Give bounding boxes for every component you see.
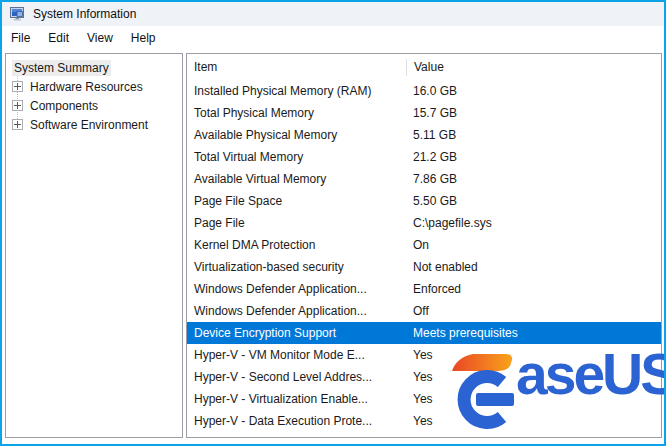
tree-item-software-environment[interactable]: Software Environment [6,115,182,134]
value-cell: Enforced [406,282,661,296]
value-cell: 21.2 GB [406,150,661,164]
tree-item-system-summary[interactable]: System Summary [6,58,182,77]
expand-plus-icon[interactable] [12,119,23,130]
tree-item-hardware-resources[interactable]: Hardware Resources [6,77,182,96]
item-cell: Total Physical Memory [187,106,406,120]
item-cell: Hyper-V - Second Level Addres... [187,370,406,384]
category-tree-pane: System Summary Hardware Resources Compon… [5,53,183,438]
app-icon [10,7,25,21]
value-cell: On [406,238,661,252]
table-row[interactable]: Page File Space 5.50 GB [187,190,661,212]
item-cell: Page File [187,216,406,230]
table-row[interactable]: Total Physical Memory 15.7 GB [187,102,661,124]
tree-item-label: Software Environment [28,117,150,133]
value-cell: Yes [406,392,661,406]
tree-item-components[interactable]: Components [6,96,182,115]
system-information-window: System Information File Edit View Help S… [0,0,666,446]
column-header-item[interactable]: Item [187,60,406,74]
menu-view[interactable]: View [78,28,122,48]
item-cell: Installed Physical Memory (RAM) [187,84,406,98]
value-cell: Yes [406,370,661,384]
item-cell: Total Virtual Memory [187,150,406,164]
title-bar: System Information [2,2,664,26]
item-cell: Available Physical Memory [187,128,406,142]
table-row[interactable]: Hyper-V - VM Monitor Mode E... Yes [187,344,661,366]
detail-list-pane: Item Value Installed Physical Memory (RA… [186,53,662,438]
menu-help[interactable]: Help [122,28,165,48]
item-cell: Device Encryption Support [187,326,406,340]
item-cell: Available Virtual Memory [187,172,406,186]
value-cell: Yes [406,414,661,428]
table-row[interactable]: Hyper-V - Virtualization Enable... Yes [187,388,661,410]
table-row[interactable]: Windows Defender Application... Off [187,300,661,322]
table-row[interactable]: Virtualization-based security Not enable… [187,256,661,278]
value-cell: 15.7 GB [406,106,661,120]
item-cell: Virtualization-based security [187,260,406,274]
value-cell: Yes [406,348,661,362]
window-title: System Information [33,7,136,21]
menu-edit[interactable]: Edit [39,28,78,48]
menu-file[interactable]: File [2,28,39,48]
item-cell: Hyper-V - Virtualization Enable... [187,392,406,406]
item-cell: Page File Space [187,194,406,208]
item-cell: Windows Defender Application... [187,304,406,318]
table-row[interactable]: Windows Defender Application... Enforced [187,278,661,300]
value-cell: C:\pagefile.sys [406,216,661,230]
item-cell: Kernel DMA Protection [187,238,406,252]
tree-item-label: Components [28,98,100,114]
value-cell: 16.0 GB [406,84,661,98]
table-row[interactable]: Hyper-V - Data Execution Prote... Yes [187,410,661,432]
tree-item-label: Hardware Resources [28,79,145,95]
value-cell: 5.50 GB [406,194,661,208]
tree-item-label: System Summary [12,60,111,76]
value-cell: Not enabled [406,260,661,274]
table-row[interactable]: Page File C:\pagefile.sys [187,212,661,234]
table-row[interactable]: Available Physical Memory 5.11 GB [187,124,661,146]
column-header-value[interactable]: Value [406,59,661,76]
value-cell: Meets prerequisites [406,326,661,340]
expand-plus-icon[interactable] [12,81,23,92]
item-cell: Windows Defender Application... [187,282,406,296]
item-cell: Hyper-V - VM Monitor Mode E... [187,348,406,362]
table-row[interactable]: Available Virtual Memory 7.86 GB [187,168,661,190]
table-row[interactable]: Total Virtual Memory 21.2 GB [187,146,661,168]
value-cell: 5.11 GB [406,128,661,142]
menu-bar: File Edit View Help [2,26,664,50]
value-cell: Off [406,304,661,318]
table-row[interactable]: Kernel DMA Protection On [187,234,661,256]
table-row[interactable]: Hyper-V - Second Level Addres... Yes [187,366,661,388]
content-area: System Summary Hardware Resources Compon… [2,52,664,444]
item-cell: Hyper-V - Data Execution Prote... [187,414,406,428]
table-row[interactable]: Installed Physical Memory (RAM) 16.0 GB [187,80,661,102]
table-row-selected[interactable]: Device Encryption Support Meets prerequi… [187,322,661,344]
expand-plus-icon[interactable] [12,100,23,111]
value-cell: 7.86 GB [406,172,661,186]
list-header: Item Value [187,54,661,80]
